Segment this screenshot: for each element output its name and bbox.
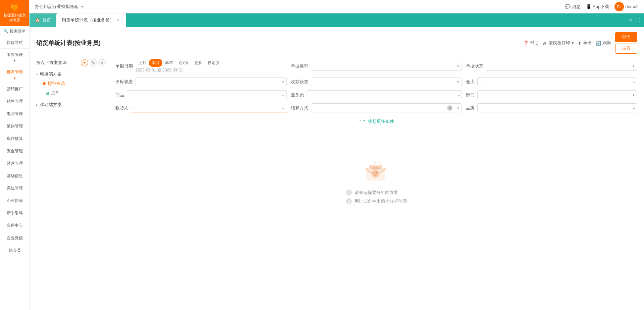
topbar-right: 💬 消息 📱 App下载 Ea demo2	[565, 2, 639, 11]
sidebar-item-ecommerce[interactable]: 电商管理	[0, 108, 29, 120]
sidebar-search[interactable]: 🔍 搜索菜单	[0, 26, 29, 37]
payment-clear-icon[interactable]: ✕	[447, 105, 452, 111]
sidebar-item-apps-label: 应用中心	[7, 223, 23, 228]
date-tab-last-month[interactable]: 上月	[136, 59, 149, 67]
salesperson-input[interactable]	[307, 90, 462, 99]
sidebar-item-retail[interactable]: 零售管理 ▾	[0, 49, 29, 66]
filter-doc-type: 单据类型 ▾	[291, 62, 462, 71]
tab-home[interactable]: 🏠 首页	[30, 13, 56, 27]
sidebar-item-member-label: 畅会员	[9, 248, 21, 253]
app-download-button[interactable]: 📱 App下载	[586, 4, 609, 10]
pay-status-label: 收款状态	[291, 79, 308, 85]
doc-status-input[interactable]	[486, 62, 637, 71]
sidebar-item-operation[interactable]: 经营管理	[0, 157, 29, 170]
collapse-btn-label: 收起更多条件	[368, 118, 394, 124]
payment-input[interactable]	[311, 103, 462, 112]
doc-type-control[interactable]: ▾	[311, 62, 462, 71]
date-tab-this-year[interactable]: 本年	[162, 59, 176, 67]
collapse-filters-button[interactable]: ⌃⌃ 收起更多条件	[115, 116, 637, 126]
sidebar-item-newbie[interactable]: 新手引导	[0, 207, 29, 219]
date-tab-custom[interactable]: 自定义	[205, 59, 222, 67]
filter-pay-status: 收款状态 ▾	[291, 77, 462, 86]
scheme-add-button[interactable]: +	[81, 59, 88, 66]
scheme-edit-button[interactable]: ✎	[90, 59, 97, 66]
tab-sales-stat[interactable]: 销货单统计表（按业务员） ✕	[56, 13, 126, 27]
warehouse-input[interactable]	[477, 77, 637, 86]
sidebar-item-inventory[interactable]: 库存核算	[0, 133, 29, 145]
scheme-group-desktop: ▾ 电脑端方案 按业务员 ⊞ 按单	[36, 70, 106, 98]
download-icon: 📱	[586, 4, 591, 9]
settings-button[interactable]: 设置	[615, 44, 637, 54]
sidebar-item-enterprise-label: 企业协同	[7, 198, 23, 204]
user-menu[interactable]: Ea demo2	[614, 2, 639, 11]
scheme-group-mobile: ▸ 移动端方案	[36, 100, 106, 109]
filter-goods: 商品 ···	[115, 90, 287, 99]
tab-close-icon[interactable]: ✕	[116, 17, 121, 23]
refresh-label: 刷新	[602, 40, 611, 46]
scheme-collapse-button[interactable]: «	[98, 59, 106, 66]
sidebar-logo[interactable]: 🧡 畅捷通好生意 标准版	[0, 0, 29, 26]
doc-status-control[interactable]: ▾	[486, 62, 637, 71]
scheme-group-mobile-title[interactable]: ▸ 移动端方案	[36, 100, 106, 109]
scheme-group-desktop-title[interactable]: ▾ 电脑端方案	[36, 70, 106, 79]
date-tab-this-month[interactable]: 本月	[149, 59, 162, 67]
sidebar-quick-nav-label: 快捷导航	[7, 40, 23, 45]
scheme-sub-item-by-order[interactable]: ⊞ 按单	[36, 89, 106, 98]
svg-rect-2	[372, 167, 379, 169]
sidebar-item-weixin[interactable]: 企业微信	[0, 232, 29, 244]
date-label: 单据日期	[115, 63, 133, 69]
out-status-control: ▾	[136, 77, 287, 86]
department-control: ▾	[477, 90, 637, 99]
tab-close-all-icon[interactable]: ✕	[629, 17, 633, 23]
sidebar-item-purchase[interactable]: 采购管理	[0, 120, 29, 133]
date-tab-more[interactable]: 更多	[192, 59, 205, 67]
sidebar-item-wholesale[interactable]: 批发管理 ▴	[0, 66, 29, 83]
message-button[interactable]: 💬 消息	[565, 4, 581, 10]
sidebar-item-enterprise[interactable]: 企业协同	[0, 195, 29, 207]
sidebar-search-label: 搜索菜单	[10, 29, 26, 34]
out-status-input[interactable]	[136, 77, 287, 86]
sidebar-item-marketing[interactable]: 营销推广	[0, 83, 29, 95]
template-print-button[interactable]: 🖨 按模板打印 ▾	[543, 40, 574, 46]
salesperson-control: ···	[307, 90, 462, 99]
help-button[interactable]: ❓ 帮助	[523, 40, 539, 46]
tab-expand-icon[interactable]: ⛶	[635, 17, 640, 23]
content-area: 销货单统计表(按业务员) ❓ 帮助 🖨 按模板打印 ▾ ⬆ 导出	[30, 27, 644, 310]
grid-icon: ⊞	[46, 91, 49, 96]
department-input[interactable]	[477, 90, 637, 99]
topbar-dropdown-icon[interactable]: ▾	[81, 4, 83, 9]
sidebar-item-system[interactable]: 系统管理	[0, 182, 29, 195]
page-header: 销货单统计表(按业务员) ❓ 帮助 🖨 按模板打印 ▾ ⬆ 导出	[36, 32, 637, 54]
brand-input[interactable]	[477, 103, 637, 112]
svg-point-8	[379, 162, 381, 164]
sidebar-item-finance[interactable]: 资金管理	[0, 145, 29, 157]
sidebar-item-member[interactable]: 畅会员	[0, 244, 29, 257]
sidebar-item-sales[interactable]: 销售管理	[0, 95, 29, 108]
sidebar-item-basic[interactable]: 基础信息	[0, 170, 29, 182]
step-num-2: 2	[346, 198, 352, 204]
pay-status-input[interactable]	[311, 77, 462, 86]
empty-step-2-text: 用过滤条件来缩小分析范围	[355, 198, 407, 204]
export-button[interactable]: ⬆ 导出	[578, 40, 592, 46]
sidebar-quick-nav[interactable]: 快捷导航	[0, 37, 29, 49]
export-label: 导出	[583, 40, 592, 46]
refresh-button[interactable]: 🔄 刷新	[596, 40, 611, 46]
filter-date: 单据日期 上月 本月 本年 近7天 更多 自定义 20	[115, 59, 287, 73]
pay-status-control: ▾	[311, 77, 462, 86]
topbar-left: 办公用品行业模拟账套 ▾	[35, 4, 83, 10]
query-button[interactable]: 查询	[615, 32, 637, 42]
receiver-input[interactable]	[131, 103, 287, 112]
main-area: 办公用品行业模拟账套 ▾ 💬 消息 📱 App下载 Ea demo2 🏠 首页	[30, 0, 644, 310]
date-tab-7days[interactable]: 近7天	[176, 59, 192, 67]
sidebar-item-retail-label: 零售管理	[7, 52, 23, 58]
svg-point-5	[376, 172, 377, 173]
filter-row-2: 出库状态 ▾ 收款状态 ▾	[115, 77, 637, 86]
sidebar-item-weixin-label: 企业微信	[7, 235, 23, 241]
sidebar-item-apps[interactable]: 应用中心	[0, 219, 29, 232]
scheme-item-by-salesperson[interactable]: 按业务员	[36, 79, 106, 89]
doc-type-input[interactable]	[311, 62, 462, 71]
scheme-item-by-salesperson-label: 按业务员	[48, 81, 65, 87]
message-icon: 💬	[565, 4, 571, 9]
receiver-control: ···	[131, 103, 287, 112]
goods-input[interactable]	[127, 90, 287, 99]
